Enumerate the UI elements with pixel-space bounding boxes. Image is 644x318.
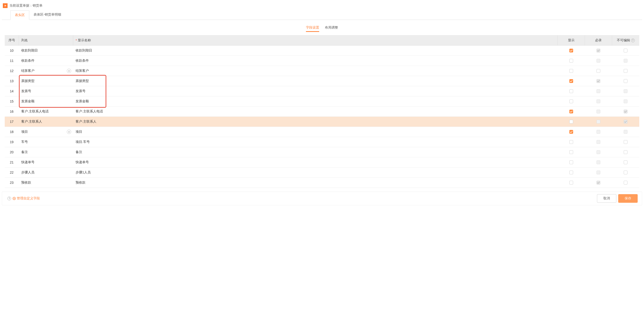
cell-seq: 12 (5, 66, 19, 76)
cell-required (585, 66, 612, 76)
cell-name-label: 发票号 (21, 89, 31, 93)
cell-display-name[interactable]: 备注 (73, 147, 558, 157)
checkbox-required (596, 130, 600, 134)
cell-seq: 11 (5, 56, 19, 66)
checkbox-show[interactable] (569, 140, 573, 144)
help-icon[interactable]: ? (631, 38, 635, 42)
col-header-name: 列名 (19, 36, 73, 45)
checkbox-readonly[interactable] (624, 49, 628, 52)
cell-required (585, 106, 612, 116)
cell-name-label: 项目 (21, 130, 28, 134)
sub-tab-1[interactable]: 布局调整 (325, 24, 338, 32)
cancel-button[interactable]: 取消 (597, 194, 616, 203)
footer-help-icon[interactable]: ? (7, 196, 11, 200)
checkbox-required[interactable] (596, 69, 600, 73)
checkbox-show[interactable] (569, 69, 573, 73)
checkbox-readonly[interactable] (624, 79, 628, 83)
checkbox-show[interactable] (569, 49, 573, 52)
header-label: 当前设置单据： (10, 4, 32, 8)
tab-primary-1[interactable]: 表体区-销货单明细 (29, 10, 66, 20)
cell-display-name[interactable]: 收款到期日 (73, 46, 558, 56)
cell-required (585, 46, 612, 56)
checkbox-required (596, 170, 600, 174)
cell-readonly (612, 106, 639, 116)
checkbox-show[interactable] (569, 150, 573, 154)
table-row: 15发票金额发票金额 (5, 96, 639, 106)
field-table: 序号 列名 * 显示名称 显示 必录 不可编辑 ? 10收款到期日收款到期日11… (5, 35, 639, 188)
cell-name-label: 车号 (21, 140, 28, 144)
checkbox-required (596, 110, 600, 114)
table-row: 13票据类型票据类型 (5, 76, 639, 86)
checkbox-show[interactable] (569, 100, 573, 103)
cell-seq: 21 (5, 157, 19, 167)
cell-display-name[interactable]: 步骤1人员 (73, 168, 558, 178)
sub-tabs: 字段设置布局调整 (2, 24, 642, 32)
checkbox-show[interactable] (569, 110, 573, 114)
table-row: 12结算客户+结算客户 (5, 66, 639, 76)
cell-readonly (612, 178, 639, 188)
cell-name: 项目+ (19, 127, 73, 137)
checkbox-readonly[interactable] (624, 69, 628, 73)
manage-custom-fields-label: 管理自定义字段 (17, 196, 40, 200)
cell-display-name[interactable]: 结算客户 (73, 66, 558, 76)
sub-tab-0[interactable]: 字段设置 (306, 24, 319, 32)
cell-display-name[interactable]: 票据类型 (73, 76, 558, 86)
cell-display-name[interactable]: 预收款 (73, 178, 558, 188)
checkbox-show[interactable] (569, 89, 573, 93)
cell-show (558, 137, 585, 147)
checkbox-show[interactable] (569, 120, 573, 124)
checkbox-required (596, 79, 600, 83)
checkbox-show[interactable] (569, 160, 573, 164)
checkbox-required (596, 181, 600, 184)
cell-display-name[interactable]: 收款条件 (73, 56, 558, 66)
add-child-field-button[interactable]: + (67, 69, 71, 73)
cell-required (585, 86, 612, 96)
save-button[interactable]: 保存 (618, 194, 638, 203)
manage-custom-fields-link[interactable]: 管理自定义字段 (12, 196, 40, 200)
checkbox-required (596, 140, 600, 144)
expand-sidebar-button[interactable] (3, 3, 8, 8)
cell-required (585, 178, 612, 188)
cell-display-name[interactable]: 项目 (73, 127, 558, 137)
checkbox-readonly[interactable] (624, 140, 628, 144)
cell-display-name[interactable]: 发票金额 (73, 96, 558, 106)
cell-seq: 22 (5, 168, 19, 178)
cell-display-name[interactable]: 客户.主联系人 (73, 117, 558, 127)
checkbox-show[interactable] (569, 181, 573, 184)
cell-display-name[interactable]: 发票号 (73, 86, 558, 96)
cell-readonly (612, 117, 639, 127)
cell-show (558, 127, 585, 137)
col-header-readonly: 不可编辑 ? (612, 36, 639, 45)
checkbox-show[interactable] (569, 130, 573, 134)
checkbox-readonly[interactable] (624, 150, 628, 154)
checkbox-show[interactable] (569, 59, 573, 62)
checkbox-required (596, 49, 600, 52)
cell-seq: 14 (5, 86, 19, 96)
checkbox-readonly[interactable] (624, 181, 628, 184)
cell-seq: 16 (5, 106, 19, 116)
cell-readonly (612, 168, 639, 178)
checkbox-required (596, 89, 600, 93)
add-child-field-button[interactable]: + (67, 130, 71, 134)
cell-display-name[interactable]: 项目.车号 (73, 137, 558, 147)
checkbox-show[interactable] (569, 79, 573, 83)
table-body: 10收款到期日收款到期日11收款条件收款条件12结算客户+结算客户13票据类型票… (5, 46, 639, 188)
checkbox-required (596, 160, 600, 164)
table-row: 21快递单号快递单号 (5, 157, 639, 168)
cell-name-label: 预收款 (21, 180, 31, 185)
checkbox-show[interactable] (569, 170, 573, 174)
col-header-display: * 显示名称 (73, 36, 558, 45)
cell-display-name[interactable]: 客户.主联系人电话 (73, 106, 558, 116)
checkbox-required (596, 120, 600, 124)
cell-show (558, 76, 585, 86)
table-row: 22步骤人员步骤1人员 (5, 168, 639, 178)
table-row: 19车号项目.车号 (5, 137, 639, 147)
header-doc-type: 销货单 (32, 4, 42, 8)
cell-name: 票据类型 (19, 76, 73, 86)
cell-show (558, 86, 585, 96)
checkbox-readonly[interactable] (624, 170, 628, 174)
cell-display-name[interactable]: 快递单号 (73, 157, 558, 167)
checkbox-readonly[interactable] (624, 160, 628, 164)
cell-seq: 13 (5, 76, 19, 86)
tab-primary-0[interactable]: 表头区 (10, 10, 29, 20)
